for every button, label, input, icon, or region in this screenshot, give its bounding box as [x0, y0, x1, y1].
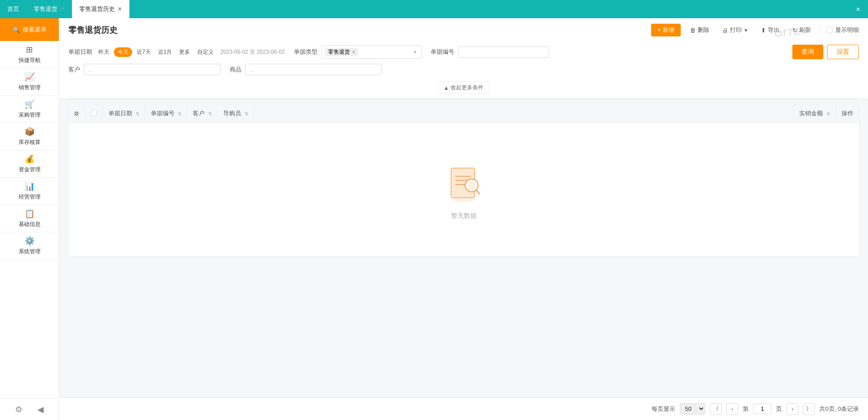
toolbar-divider: [820, 26, 821, 34]
sidebar: 🔍 搜索菜单 ⊞ 快捷导航 📈 销售管理 🛒 采购管理 📦 库存核算 💰: [0, 18, 59, 420]
tab-retail-return-close[interactable]: ✕: [60, 6, 65, 12]
tab-retail-return-history-close[interactable]: ✕: [118, 6, 122, 12]
customer-label: 客户: [68, 66, 80, 74]
th-doc-no[interactable]: 单据编号 ⇅: [145, 105, 187, 123]
tab-retail-return-history[interactable]: 零售退货历史 ✕: [72, 0, 129, 18]
sys-icon: ⚙️: [25, 236, 35, 246]
add-button[interactable]: + 新增: [651, 24, 681, 36]
svg-point-7: [467, 181, 476, 190]
sidebar-item-purchase[interactable]: 🛒 采购管理: [0, 96, 59, 123]
date-opt-custom[interactable]: 自定义: [195, 47, 216, 57]
show-detail-checkbox[interactable]: [826, 27, 832, 33]
sidebar-item-finance[interactable]: 💰 资金管理: [0, 150, 59, 178]
sidebar-search-label: 搜索菜单: [23, 26, 46, 34]
refresh-label: 刷新: [799, 26, 811, 34]
th-doc-no-sort: ⇅: [178, 111, 181, 116]
th-settings[interactable]: ⚙: [68, 105, 85, 123]
sidebar-item-purchase-label: 采购管理: [19, 111, 41, 119]
customer-select[interactable]: ...: [84, 64, 221, 75]
collapse-button[interactable]: ▲ 收起更多条件: [438, 82, 490, 94]
sidebar-item-sales-label: 销售管理: [19, 84, 41, 92]
per-page-select[interactable]: 20 50 100 200: [680, 403, 705, 415]
date-filter-group: 单据日期 昨天 今天 近7天 近1月 更多 自定义 2023-06-02 至 2…: [68, 47, 285, 57]
show-detail-group: 显示明细: [826, 26, 859, 34]
print-button[interactable]: 🖨 打印 ▼: [719, 24, 752, 36]
sidebar-item-quick-nav[interactable]: ⊞ 快捷导航: [0, 41, 59, 68]
query-label: 查询: [801, 48, 814, 55]
toolbar: + 新增 🗑 删除 🖨 打印 ▼ ⬆ 导出: [651, 24, 859, 36]
th-customer[interactable]: 客户 ⇅: [187, 105, 218, 123]
query-button[interactable]: 查询: [792, 45, 823, 59]
filter-row-2: 客户 ... 商品 ...: [68, 64, 859, 75]
sidebar-settings-icon[interactable]: ⚙: [15, 405, 22, 415]
sidebar-collapse-icon[interactable]: ◀: [37, 405, 44, 415]
doc-type-dropdown-icon: ▼: [413, 50, 417, 55]
select-all-checkbox[interactable]: [91, 110, 97, 116]
th-operation-label: 操作: [842, 110, 853, 117]
goods-group: 商品 ...: [230, 64, 382, 75]
per-page-label: 每页显示: [652, 405, 675, 413]
date-filter-label: 单据日期: [68, 48, 92, 56]
sidebar-item-base-info[interactable]: 📋 基础信息: [0, 205, 59, 232]
empty-text: 暂无数据: [451, 212, 477, 220]
sidebar-item-operations[interactable]: 📊 经营管理: [0, 178, 59, 205]
doc-type-tag-label: 零售退货: [328, 48, 350, 56]
customer-placeholder: ...: [88, 66, 93, 73]
page-title: 零售退货历史: [68, 25, 118, 36]
tab-retail-return-history-label: 零售退货历史: [79, 5, 115, 13]
th-actual-amount[interactable]: 实销金额 ⇅: [794, 105, 836, 123]
empty-state-row: 暂无数据: [68, 123, 859, 257]
sidebar-item-sales[interactable]: 📈 销售管理: [0, 68, 59, 96]
customer-group: 客户 ...: [68, 64, 221, 75]
print-label: 打印: [730, 26, 742, 34]
th-operation: 操作: [836, 105, 859, 123]
sidebar-item-quick-nav-label: 快捷导航: [19, 56, 41, 64]
page-input[interactable]: [753, 404, 771, 414]
th-checkbox[interactable]: [85, 105, 103, 123]
doc-type-tag: 零售退货 ✕: [325, 48, 358, 56]
collapse-up-icon: ▲: [444, 85, 449, 91]
print-icon: 🖨: [722, 27, 728, 34]
delete-button[interactable]: 🗑 删除: [686, 24, 713, 36]
next-page-btn[interactable]: ›: [786, 403, 798, 415]
window-close-btn[interactable]: ✕: [856, 6, 868, 13]
sidebar-item-finance-label: 资金管理: [19, 166, 41, 174]
date-opt-more[interactable]: 更多: [176, 47, 193, 57]
th-doc-date-sort: ⇅: [136, 111, 139, 116]
settings-button[interactable]: 设置: [827, 45, 859, 59]
sidebar-nav: ⊞ 快捷导航 📈 销售管理 🛒 采购管理 📦 库存核算 💰 资金管理 📊: [0, 41, 59, 398]
date-opt-yesterday[interactable]: 昨天: [96, 47, 112, 57]
first-page-btn[interactable]: 《: [710, 403, 722, 415]
content-area: 零售退货历史 + 新增 🗑 删除 🖨 打印 ▼ ⬆: [59, 18, 868, 420]
doc-type-tag-close[interactable]: ✕: [352, 50, 355, 55]
goods-select[interactable]: ...: [245, 64, 382, 75]
refresh-button[interactable]: ↻ 刷新: [789, 24, 815, 36]
doc-type-label: 单据类型: [294, 48, 318, 56]
th-guide[interactable]: 导购员 ⇅: [217, 105, 254, 123]
date-opt-7days[interactable]: 近7天: [134, 47, 154, 57]
sidebar-search[interactable]: 🔍 搜索菜单: [0, 18, 59, 41]
prev-page-btn[interactable]: ‹: [726, 403, 738, 415]
export-icon: ⬆: [761, 27, 766, 34]
tab-retail-return-label: 零售退货: [34, 5, 57, 13]
doc-type-select[interactable]: 零售退货 ✕ ▼: [321, 46, 421, 59]
tab-home[interactable]: 首页: [0, 0, 26, 18]
date-options: 昨天 今天 近7天 近1月 更多 自定义: [96, 47, 216, 57]
doc-no-input[interactable]: [458, 46, 549, 58]
th-customer-sort: ⇅: [208, 111, 212, 116]
filter-row-1: 单据日期 昨天 今天 近7天 近1月 更多 自定义 2023-06-02 至 2…: [68, 45, 859, 59]
tab-retail-return[interactable]: 零售退货 ✕: [26, 0, 72, 18]
date-opt-1month[interactable]: 近1月: [155, 47, 175, 57]
total-info: 共0页, 0条记录: [819, 405, 859, 413]
page-title-row: 零售退货历史 + 新增 🗑 删除 🖨 打印 ▼ ⬆: [68, 24, 859, 41]
date-opt-today[interactable]: 今天: [114, 47, 132, 57]
th-doc-date[interactable]: 单据日期 ⇅: [103, 105, 145, 123]
sidebar-item-inventory[interactable]: 📦 库存核算: [0, 123, 59, 150]
sidebar-item-sys[interactable]: ⚙️ 系统管理: [0, 232, 59, 260]
empty-icon: [441, 159, 487, 205]
export-button[interactable]: ⬆ 导出: [757, 24, 783, 36]
data-table: ⚙ 单据日期 ⇅ 单据编号 ⇅: [68, 105, 859, 256]
last-page-btn[interactable]: 》: [803, 403, 815, 415]
refresh-icon: ↻: [792, 27, 797, 34]
collapse-label: 收起更多条件: [451, 84, 483, 92]
